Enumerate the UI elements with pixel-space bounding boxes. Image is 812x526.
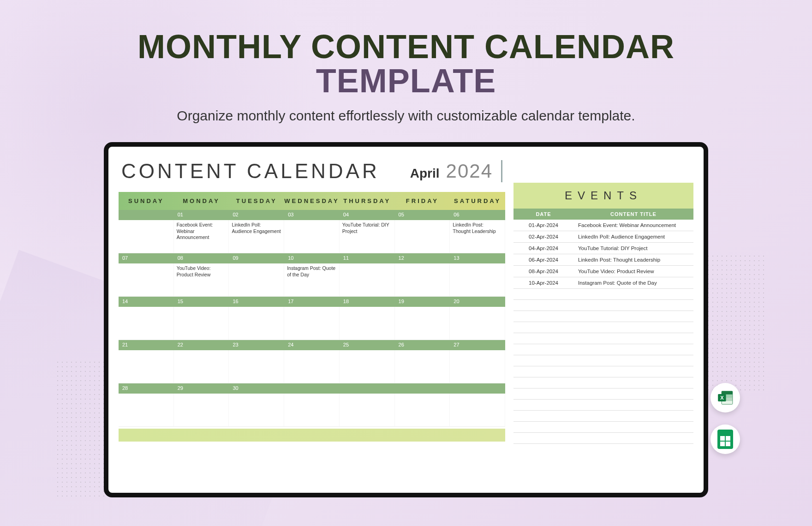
- date-cell[interactable]: 28: [119, 383, 174, 394]
- date-cell[interactable]: 21: [119, 340, 174, 350]
- content-cell[interactable]: [340, 350, 395, 383]
- content-cell[interactable]: [119, 394, 174, 426]
- content-cell[interactable]: [395, 350, 450, 383]
- event-title: Instagram Post: Quote of the Day: [573, 277, 693, 288]
- date-cell[interactable]: [450, 383, 505, 394]
- month-year: April 2024: [410, 160, 502, 182]
- empty-event-line: [513, 333, 693, 344]
- event-title: YouTube Tutorial: DIY Project: [573, 243, 693, 254]
- content-row: YouTube Video: Product ReviewInstagram P…: [119, 263, 505, 297]
- date-cell[interactable]: 12: [395, 253, 450, 263]
- content-cell[interactable]: [340, 307, 395, 340]
- date-row: 21222324252627: [119, 340, 505, 350]
- content-cell[interactable]: [119, 350, 174, 383]
- date-cell[interactable]: 16: [229, 297, 284, 307]
- day-header: SUNDAY: [119, 192, 174, 210]
- content-cell[interactable]: [450, 307, 505, 340]
- date-cell[interactable]: 26: [395, 340, 450, 350]
- event-title: Facebook Event: Webinar Announcement: [573, 220, 693, 231]
- content-cell[interactable]: Instagram Post: Quote of the Day: [284, 263, 340, 296]
- content-cell[interactable]: [229, 350, 284, 383]
- content-cell[interactable]: [119, 263, 174, 296]
- content-cell[interactable]: [284, 220, 340, 253]
- content-cell[interactable]: [119, 307, 174, 340]
- date-cell[interactable]: 08: [174, 253, 229, 263]
- date-cell[interactable]: 15: [174, 297, 229, 307]
- day-header: MONDAY: [174, 192, 229, 210]
- day-header: THURSDAY: [340, 192, 395, 210]
- content-cell[interactable]: LinkedIn Poll: Audience Engagement: [229, 220, 284, 253]
- calendar-header: CONTENT CALENDAR April 2024: [119, 156, 505, 192]
- date-cell[interactable]: 22: [174, 340, 229, 350]
- event-row: 08-Apr-2024YouTube Video: Product Review: [513, 266, 693, 277]
- date-cell[interactable]: 02: [229, 210, 284, 220]
- event-row: 06-Apr-2024LinkedIn Post: Thought Leader…: [513, 254, 693, 266]
- date-cell[interactable]: [284, 383, 340, 394]
- date-cell[interactable]: 06: [450, 210, 505, 220]
- weeks-container: 010203040506Facebook Event: Webinar Anno…: [119, 210, 505, 427]
- content-cell[interactable]: [395, 220, 450, 253]
- content-row: [119, 307, 505, 340]
- content-cell[interactable]: [340, 263, 395, 296]
- date-cell[interactable]: 25: [340, 340, 395, 350]
- events-title: EVENTS: [513, 183, 693, 209]
- date-cell[interactable]: 19: [395, 297, 450, 307]
- content-cell[interactable]: LinkedIn Post: Thought Leadership: [450, 220, 505, 253]
- content-cell[interactable]: [450, 394, 505, 426]
- excel-badge[interactable]: X: [710, 383, 740, 412]
- svg-rect-1: [722, 391, 733, 394]
- date-cell[interactable]: 18: [340, 297, 395, 307]
- date-cell[interactable]: 11: [340, 253, 395, 263]
- content-cell[interactable]: [174, 350, 229, 383]
- date-cell[interactable]: 17: [284, 297, 340, 307]
- content-cell[interactable]: [450, 350, 505, 383]
- date-cell[interactable]: 20: [450, 297, 505, 307]
- content-cell[interactable]: [229, 307, 284, 340]
- content-cell[interactable]: Facebook Event: Webinar Announcement: [174, 220, 229, 253]
- days-header: SUNDAYMONDAYTUESDAYWEDNESDAYTHURSDAYFRID…: [119, 192, 505, 210]
- content-cell[interactable]: [284, 350, 340, 383]
- events-panel: EVENTS DATE CONTENT TITLE 01-Apr-2024Fac…: [513, 156, 693, 484]
- date-cell[interactable]: 14: [119, 297, 174, 307]
- content-cell[interactable]: [450, 263, 505, 296]
- date-cell[interactable]: 01: [174, 210, 229, 220]
- content-cell[interactable]: [174, 307, 229, 340]
- date-cell[interactable]: 05: [395, 210, 450, 220]
- date-cell[interactable]: 10: [284, 253, 340, 263]
- event-date: 04-Apr-2024: [513, 243, 573, 254]
- sheets-badge[interactable]: [710, 424, 740, 454]
- content-cell[interactable]: [174, 394, 229, 426]
- date-cell[interactable]: 24: [284, 340, 340, 350]
- content-cell[interactable]: YouTube Video: Product Review: [174, 263, 229, 296]
- date-cell[interactable]: 27: [450, 340, 505, 350]
- date-cell[interactable]: 23: [229, 340, 284, 350]
- date-cell[interactable]: [340, 383, 395, 394]
- events-columns: DATE CONTENT TITLE: [513, 209, 693, 220]
- content-cell[interactable]: [284, 307, 340, 340]
- content-cell[interactable]: [395, 394, 450, 426]
- empty-event-line: [513, 400, 693, 411]
- date-cell[interactable]: 13: [450, 253, 505, 263]
- empty-event-line: [513, 433, 693, 444]
- content-cell[interactable]: [119, 220, 174, 253]
- content-cell[interactable]: [229, 394, 284, 426]
- content-cell[interactable]: [395, 263, 450, 296]
- content-cell[interactable]: [395, 307, 450, 340]
- date-cell[interactable]: 03: [284, 210, 340, 220]
- date-cell[interactable]: 07: [119, 253, 174, 263]
- content-cell[interactable]: YouTube Tutorial: DIY Project: [340, 220, 395, 253]
- date-cell[interactable]: 30: [229, 383, 284, 394]
- content-cell[interactable]: [284, 394, 340, 426]
- empty-event-line: [513, 389, 693, 400]
- date-cell[interactable]: [119, 210, 174, 220]
- date-cell[interactable]: 09: [229, 253, 284, 263]
- content-cell[interactable]: [229, 263, 284, 296]
- empty-event-line: [513, 322, 693, 333]
- date-cell[interactable]: [395, 383, 450, 394]
- content-row: [119, 394, 505, 427]
- day-header: WEDNESDAY: [284, 192, 340, 210]
- content-cell[interactable]: [340, 394, 395, 426]
- date-cell[interactable]: 04: [340, 210, 395, 220]
- calendar-title: CONTENT CALENDAR: [121, 160, 380, 183]
- date-cell[interactable]: 29: [174, 383, 229, 394]
